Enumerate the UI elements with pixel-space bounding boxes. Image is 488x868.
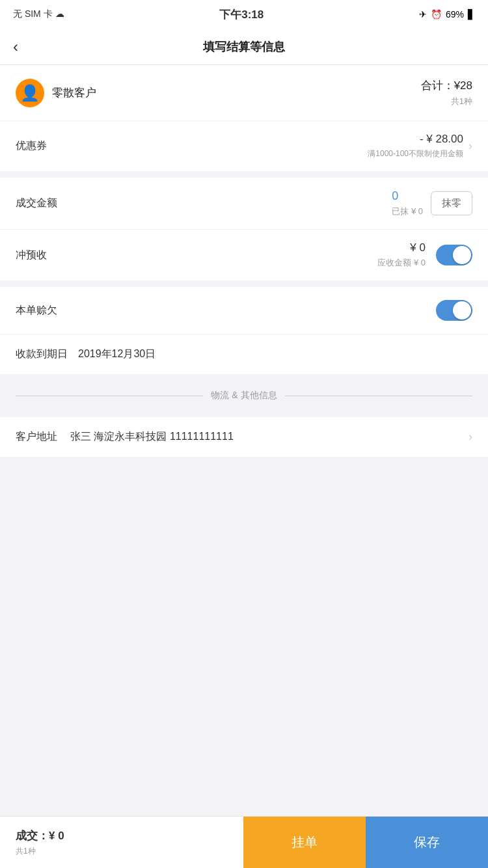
logistics-section: 物流 & 其他信息 bbox=[0, 381, 488, 411]
no-sim-text: 无 SIM 卡 ☁ bbox=[13, 8, 64, 20]
customer-name: 零散客户 bbox=[52, 85, 96, 100]
address-chevron-icon: › bbox=[468, 430, 472, 444]
address-section[interactable]: 客户地址 张三 海淀永丰科技园 11111111111 › bbox=[0, 417, 488, 457]
address-label: 客户地址 bbox=[16, 430, 57, 444]
logistics-line-left bbox=[16, 396, 203, 396]
pre-collection-row: 冲预收 ¥ 0 应收金额 ¥ 0 bbox=[0, 230, 488, 280]
hold-button[interactable]: 挂单 bbox=[243, 817, 366, 869]
coupon-desc: 满1000-100不限制使用金额 bbox=[368, 148, 463, 159]
transaction-value: 0 bbox=[392, 189, 423, 203]
pre-collection-label: 冲预收 bbox=[16, 249, 47, 262]
date-row: 收款到期日 2019年12月30日 bbox=[0, 334, 488, 374]
transaction-label: 成交金额 bbox=[16, 197, 57, 210]
coupon-right: - ¥ 28.00 满1000-100不限制使用金额 › bbox=[368, 133, 472, 159]
status-time: 下午3:18 bbox=[219, 7, 264, 22]
logistics-header: 物流 & 其他信息 bbox=[0, 381, 488, 411]
credit-toggle-knob bbox=[453, 301, 471, 319]
credit-row: 本单赊欠 bbox=[0, 287, 488, 334]
credit-label: 本单赊欠 bbox=[16, 304, 57, 318]
credit-toggle[interactable] bbox=[436, 300, 472, 321]
alarm-icon: ⏰ bbox=[431, 9, 442, 20]
pre-collection-toggle[interactable] bbox=[436, 245, 472, 265]
pre-sub: 应收金额 ¥ 0 bbox=[377, 257, 426, 269]
pre-col-amounts: ¥ 0 应收金额 ¥ 0 bbox=[377, 241, 426, 269]
transaction-amount-block: 0 已抹 ¥ 0 bbox=[392, 189, 423, 217]
coupon-label: 优惠券 bbox=[16, 139, 47, 153]
chevron-right-icon: › bbox=[468, 139, 472, 153]
logistics-line-right bbox=[285, 396, 472, 396]
total-count: 共1种 bbox=[421, 96, 472, 107]
status-left: 无 SIM 卡 ☁ bbox=[13, 8, 64, 20]
pre-col-right: ¥ 0 应收金额 ¥ 0 bbox=[377, 241, 472, 269]
location-icon: ✈ bbox=[419, 9, 427, 20]
bottom-bar: 成交：¥ 0 共1种 挂单 保存 bbox=[0, 816, 488, 868]
pre-main: ¥ 0 bbox=[377, 241, 426, 254]
page-title: 填写结算等信息 bbox=[203, 39, 285, 55]
credit-section: 本单赊欠 收款到期日 2019年12月30日 bbox=[0, 287, 488, 374]
customer-avatar-icon: 👤 bbox=[20, 84, 40, 102]
date-value: 2019年12月30日 bbox=[78, 347, 156, 361]
bottom-info: 成交：¥ 0 共1种 bbox=[0, 828, 243, 857]
toggle-knob bbox=[453, 246, 471, 264]
total-amount: 合计：¥28 bbox=[421, 78, 472, 93]
status-right: ✈ ⏰ 69% ▋ bbox=[419, 9, 475, 20]
address-left: 客户地址 张三 海淀永丰科技园 11111111111 bbox=[16, 430, 234, 444]
customer-right: 合计：¥28 共1种 bbox=[421, 78, 472, 107]
logistics-label: 物流 & 其他信息 bbox=[211, 390, 277, 401]
back-button[interactable]: ‹ bbox=[13, 38, 18, 56]
bottom-spacer bbox=[0, 463, 488, 528]
customer-left: 👤 零散客户 bbox=[16, 79, 96, 107]
discount-amount: - ¥ 28.00 bbox=[368, 133, 463, 146]
battery-icon: ▋ bbox=[468, 9, 475, 20]
customer-section: 👤 零散客户 合计：¥28 共1种 优惠券 - ¥ 28.00 满1000-10… bbox=[0, 65, 488, 171]
address-row: 客户地址 张三 海淀永丰科技园 11111111111 › bbox=[0, 417, 488, 457]
transaction-row: 成交金额 0 已抹 ¥ 0 抹零 bbox=[0, 178, 488, 230]
bottom-count: 共1种 bbox=[16, 846, 228, 857]
customer-row: 👤 零散客户 合计：¥28 共1种 bbox=[0, 65, 488, 120]
status-bar: 无 SIM 卡 ☁ 下午3:18 ✈ ⏰ 69% ▋ bbox=[0, 0, 488, 29]
transaction-right: 0 已抹 ¥ 0 抹零 bbox=[392, 189, 472, 217]
address-value: 张三 海淀永丰科技园 11111111111 bbox=[70, 430, 234, 444]
nav-bar: ‹ 填写结算等信息 bbox=[0, 29, 488, 65]
save-button[interactable]: 保存 bbox=[366, 817, 488, 869]
coupon-detail: - ¥ 28.00 满1000-100不限制使用金额 bbox=[368, 133, 463, 159]
transaction-section: 成交金额 0 已抹 ¥ 0 抹零 冲预收 ¥ 0 应收金额 ¥ 0 bbox=[0, 178, 488, 280]
bottom-deal: 成交：¥ 0 bbox=[16, 828, 228, 843]
transaction-sub: 已抹 ¥ 0 bbox=[392, 206, 423, 217]
battery-text: 69% bbox=[446, 9, 464, 20]
avatar: 👤 bbox=[16, 79, 44, 107]
bottom-deal-label: 成交： bbox=[16, 830, 49, 842]
coupon-row[interactable]: 优惠券 - ¥ 28.00 满1000-100不限制使用金额 › bbox=[0, 120, 488, 171]
round-button[interactable]: 抹零 bbox=[431, 191, 472, 215]
bottom-deal-amount: ¥ 0 bbox=[49, 830, 64, 842]
date-label: 收款到期日 bbox=[16, 347, 68, 361]
